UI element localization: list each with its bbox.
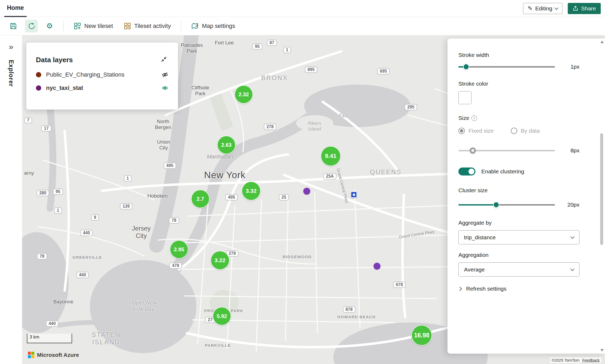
editing-label: Editing (535, 5, 552, 12)
aggregate-by-dropdown[interactable]: trip_distance (458, 230, 579, 244)
layer-settings-panel: Stroke width 1px Stroke color Size i Fix… (447, 39, 605, 354)
layer-row-nyc-taxi[interactable]: nyc_taxi_stat (36, 85, 168, 91)
stroke-width-slider-thumb[interactable] (463, 64, 469, 70)
settings-button[interactable]: ⚙ (43, 20, 56, 32)
toolbar-separator (181, 21, 181, 31)
enable-clustering-toggle[interactable] (458, 168, 475, 175)
road-shield: 1 (283, 47, 291, 53)
size-slider[interactable] (458, 150, 555, 151)
enable-clustering-label: Enable clustering (481, 168, 524, 175)
road-shield: 440 (80, 230, 93, 236)
stroke-color-swatch[interactable] (458, 91, 471, 104)
share-icon (573, 6, 578, 11)
refresh-button[interactable] (25, 20, 38, 32)
panel-scrollbar[interactable] (600, 40, 604, 352)
info-icon[interactable]: i (471, 115, 477, 121)
cluster-size-value: 20px (562, 202, 579, 208)
cluster-bubble[interactable]: 16.98 (412, 325, 432, 345)
stroke-width-slider[interactable] (458, 66, 555, 68)
explorer-panel-collapsed: » Explorer (0, 35, 22, 364)
cluster-bubble[interactable]: 2.7 (192, 190, 209, 208)
cluster-bubble[interactable]: 5.92 (213, 307, 231, 325)
size-slider-thumb[interactable] (470, 148, 476, 154)
fixed-size-radio[interactable]: Fixed size (458, 128, 494, 134)
cluster-bubble[interactable]: 2.32 (235, 86, 252, 103)
stroke-width-label: Stroke width (458, 52, 579, 58)
road-shield: 695 (377, 68, 390, 74)
aggregation-value: Average (464, 266, 571, 273)
road-shield: 495 (225, 194, 238, 200)
road-shield: 87 (267, 40, 277, 46)
cluster-bubble[interactable]: 2.63 (218, 136, 235, 154)
map-settings-label: Map settings (202, 23, 235, 30)
road-shield: 7 (24, 117, 32, 123)
visibility-on-icon[interactable] (161, 85, 168, 91)
chevron-down-icon (570, 267, 575, 271)
stroke-color-label: Stroke color (458, 81, 579, 87)
layer-row-ev-charging[interactable]: Public_EV_Charging_Stations (36, 71, 168, 78)
map-settings-icon (191, 22, 199, 30)
by-data-radio[interactable]: By data (511, 128, 540, 134)
save-icon (10, 22, 17, 30)
road-shield: 25 (279, 194, 289, 200)
radio-icon (511, 128, 517, 134)
new-tileset-button[interactable]: New tileset (71, 20, 116, 32)
scroll-up-icon[interactable] (600, 41, 604, 43)
data-point[interactable] (374, 263, 380, 270)
road-shield: 17 (41, 125, 51, 132)
map-attribution: ©2025 TomTom Feedback (550, 357, 601, 363)
layer-name: nyc_taxi_stat (46, 85, 157, 91)
refresh-settings-label: Refresh settings (466, 286, 507, 292)
share-label: Share (581, 5, 596, 12)
refresh-settings-expander[interactable]: Refresh settings (458, 286, 579, 292)
data-point[interactable] (303, 188, 310, 195)
gear-icon: ⚙ (46, 22, 53, 30)
map-scale-bar: 3 km (27, 334, 72, 343)
fixed-size-label: Fixed size (469, 128, 494, 134)
road-shield: 895 (305, 66, 317, 73)
data-layers-card: Data layers Public_EV_Charging_Stations … (26, 43, 178, 110)
pencil-icon: ✎ (528, 5, 532, 12)
cluster-bubble[interactable]: 9.41 (321, 147, 340, 166)
road-shield: 678 (393, 282, 406, 288)
scroll-down-icon[interactable] (600, 349, 604, 352)
road-shield: 1 (124, 175, 132, 182)
scrollbar-thumb[interactable] (600, 133, 603, 245)
aggregation-dropdown[interactable]: Average (458, 262, 579, 277)
share-button[interactable]: Share (568, 3, 601, 14)
cluster-size-slider-thumb[interactable] (493, 202, 499, 208)
size-value: 8px (562, 147, 579, 154)
vehicle-icon[interactable] (351, 191, 357, 198)
toolbar-separator (63, 21, 64, 31)
road-shield: 478 (169, 262, 182, 269)
cluster-bubble[interactable]: 3.22 (211, 251, 229, 269)
editing-dropdown-button[interactable]: ✎ Editing (523, 3, 562, 14)
refresh-icon (28, 22, 35, 30)
aggregate-by-value: trip_distance (464, 234, 571, 241)
road-shield: 25A (323, 173, 336, 179)
collapse-panel-icon[interactable] (159, 55, 168, 65)
copyright-label: ©2025 TomTom (552, 358, 579, 362)
road-shield: 1 (54, 207, 62, 214)
visibility-off-icon[interactable] (161, 71, 168, 78)
tileset-activity-button[interactable]: Tileset activity (121, 20, 173, 32)
road-shield: 295 (405, 104, 417, 110)
aggregate-by-label: Aggregate by (458, 220, 579, 226)
layer-color-dot (36, 85, 41, 91)
cluster-bubble[interactable]: 2.95 (170, 241, 188, 258)
cluster-size-slider[interactable] (458, 204, 555, 206)
road-shield: 9 (91, 214, 99, 221)
tab-home[interactable]: Home (4, 0, 27, 17)
chevron-right-icon (458, 287, 462, 291)
cluster-bubble[interactable]: 3.32 (242, 182, 260, 200)
road-shield: 495 (164, 162, 176, 169)
tileset-activity-icon (124, 22, 131, 30)
size-label: Size (458, 115, 469, 121)
feedback-link[interactable]: Feedback (582, 358, 600, 362)
expand-panel-icon[interactable]: » (9, 43, 13, 51)
road-shield: 280 (37, 190, 49, 196)
save-button[interactable] (7, 20, 20, 32)
toolbar: ⚙ New tileset Tileset activity Map setti… (0, 17, 605, 35)
chevron-down-icon (554, 6, 559, 10)
map-settings-button[interactable]: Map settings (189, 20, 238, 32)
